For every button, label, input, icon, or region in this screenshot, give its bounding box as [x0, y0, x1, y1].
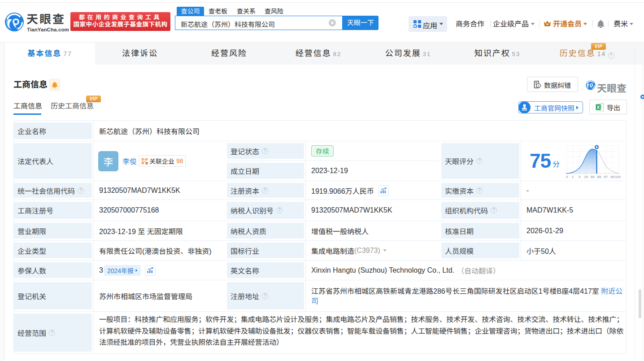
svg-text:50: 50	[591, 175, 595, 179]
svg-text:99: 99	[610, 175, 614, 179]
svg-text:100: 100	[615, 175, 621, 179]
svg-text:85: 85	[597, 175, 601, 179]
svg-text:1: 1	[572, 175, 574, 179]
svg-text:3: 3	[579, 175, 581, 179]
svg-text:97: 97	[604, 175, 608, 179]
svg-text:15: 15	[584, 175, 588, 179]
svg-text:0: 0	[566, 175, 568, 179]
